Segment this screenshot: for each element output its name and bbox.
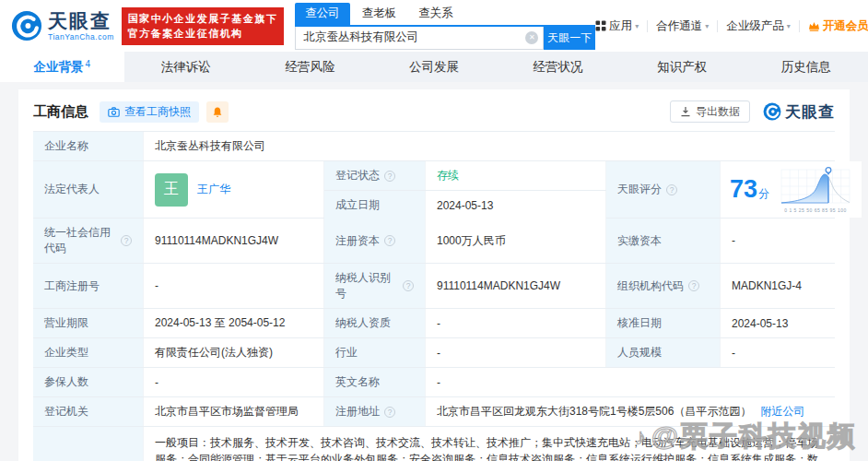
business-term-label: 营业期限 [33,309,144,337]
nearby-companies-link[interactable]: 附近公司 [760,404,804,420]
tab-label: 公司发展 [409,59,459,76]
help-icon[interactable] [688,280,699,291]
business-term-value: 2024-05-13 至 2054-05-12 [144,309,324,337]
taxpayer-quality-value: - [426,309,606,337]
tab-label: 知识产权 [657,59,707,76]
chevron-down-icon: ▾ [705,22,709,30]
nav-vip[interactable]: 开通会员 ▾ [808,18,868,34]
nav-enterprise-label: 企业级产品 [726,18,784,34]
nav-separator [717,20,718,32]
taxpayer-quality-label: 纳税人资质 [324,309,426,337]
apps-grid-icon [595,20,606,31]
tab-label: 企业背景 [34,59,84,76]
nav-vip-label: 开通会员 [823,18,868,34]
company-name-label: 企业名称 [33,132,144,160]
approval-date-label: 核准日期 [606,309,721,337]
company-name-value: 北京蚕丛科技有限公司 [144,132,835,160]
business-scope-value: 一般项目：技术服务、技术开发、技术咨询、技术交流、技术转让、技术推广；集中式快速… [144,427,835,461]
taxpayer-id-value: 91110114MADKN1GJ4W [426,264,606,308]
uscc-label: 统一社会信用代码 [33,219,144,263]
help-icon[interactable] [384,407,395,418]
help-icon[interactable] [121,235,132,246]
help-icon[interactable] [403,280,414,291]
legal-rep-avatar[interactable]: 王 [155,173,188,207]
gov-badge: 国家中小企业发展子基金旗下 官方备案企业征信机构 [122,7,285,45]
company-type-value: 有限责任公司(法人独资) [144,338,324,367]
tianyancha-logo[interactable]: 天眼查 TianYanCha.com [11,10,114,41]
tianyancha-logo-icon [11,10,42,41]
gov-badge-line2: 官方备案企业征信机构 [128,26,278,41]
top-nav: 应用 ▾ 合作通道 ▾ 企业级产品 ▾ 开通会员 ▾ [595,18,868,34]
search-tabs: 查公司 查老板 查关系 [295,3,595,27]
tab-count-badge: 4 [86,59,91,69]
tianyancha-logo-icon [763,102,781,121]
camera-icon [108,107,120,117]
logo-title: 天眼查 [48,11,114,30]
help-icon[interactable] [384,235,395,246]
tab-company-development[interactable]: 公司发展 [372,52,497,82]
reg-authority-value: 北京市昌平区市场监督管理局 [144,397,324,426]
business-info-card: 工商信息 查看工商快照 导出数据 [18,89,850,461]
score-label: 天眼评分 [606,161,721,218]
legal-rep-label: 法定代表人 [33,161,144,218]
snapshot-button[interactable]: 查看工商快照 [100,101,199,123]
table-row: 营业期限 2024-05-13 至 2054-05-12 纳税人资质 - 核准日… [33,309,835,338]
snapshot-button-label: 查看工商快照 [124,104,191,120]
tab-legal-litigation[interactable]: 法律诉讼 [124,52,249,82]
search-tab-boss[interactable]: 查老板 [352,3,407,25]
help-icon[interactable] [384,171,395,182]
paid-capital-value: - [721,219,835,263]
insured-value: - [144,368,324,396]
reg-number-label: 工商注册号 [33,264,144,308]
nav-cooperation[interactable]: 合作通道 ▾ [656,18,709,34]
company-type-label: 企业类型 [33,338,144,367]
nav-enterprise-products[interactable]: 企业级产品 ▾ [726,18,791,34]
org-code-value: MADKN1GJ-4 [721,264,835,308]
establish-date-value: 2024-05-13 [426,191,606,219]
tab-operation-risk[interactable]: 经营风险 [248,52,372,82]
nav-apps[interactable]: 应用 ▾ [595,18,639,34]
clear-icon[interactable]: ✕ [525,31,538,44]
section-tabbar: 企业背景 4 法律诉讼 经营风险 公司发展 经营状况 知识产权 历史信息 [0,52,868,82]
export-button-label: 导出数据 [696,104,740,120]
gov-badge-line1: 国家中小企业发展子基金旗下 [128,11,278,27]
tab-intellectual-property[interactable]: 知识产权 [620,52,745,82]
industry-label: 行业 [324,338,426,367]
search-input[interactable] [295,27,544,50]
section-title: 工商信息 [33,103,88,121]
uscc-value: 91110114MADKN1GJ4W [144,219,324,263]
search-button[interactable]: 天眼一下 [544,27,595,50]
tab-history-info[interactable]: 历史信息 [744,52,868,82]
nav-separator [647,20,648,32]
reg-number-value: - [144,264,324,308]
status-subgrid: 登记状态 存续 成立日期 2024-05-13 [324,161,606,218]
table-row: 工商注册号 - 纳税人识别号 91110114MADKN1GJ4W 组织机构代码… [33,264,835,309]
tab-label: 经营状况 [534,59,583,76]
table-row: 统一社会信用代码 91110114MADKN1GJ4W 注册资本 1000万人民… [33,219,835,264]
search-tab-relation[interactable]: 查关系 [408,3,463,25]
help-icon[interactable] [666,184,677,195]
table-row: 法定代表人 王 王广华 登记状态 存续 成立日期 2024-05-13 天眼评分… [33,161,835,219]
business-info-table: 企业名称 北京蚕丛科技有限公司 法定代表人 王 王广华 登记状态 存续 成立日期… [33,131,835,461]
table-row: 企业名称 北京蚕丛科技有限公司 [33,132,835,161]
top-header: 天眼查 TianYanCha.com 国家中小企业发展子基金旗下 官方备案企业征… [0,0,868,52]
tab-label: 历史信息 [781,59,831,76]
legal-rep-link[interactable]: 王广华 [197,182,230,197]
logo-domain: TianYanCha.com [48,32,114,41]
tab-operation-status[interactable]: 经营状况 [496,52,620,82]
score-value: 73分 [730,175,769,204]
brand-mark-label: 天眼查 [785,101,835,123]
reg-authority-label: 登记机关 [33,397,144,426]
export-data-button[interactable]: 导出数据 [670,100,750,123]
monitor-bell-button[interactable] [206,101,229,123]
paid-capital-label: 实缴资本 [606,219,721,263]
staff-size-label: 人员规模 [606,338,721,367]
chevron-down-icon: ▾ [635,22,639,30]
tab-company-background[interactable]: 企业背景 4 [0,52,124,82]
search-tab-company[interactable]: 查公司 [295,3,350,25]
establish-date-label: 成立日期 [324,191,426,219]
nav-apps-label: 应用 [609,18,632,34]
score-axis-ticks: 0 1 5 25 50 65 85 95 100 [779,207,852,213]
score-distribution-chart[interactable]: 0 1 5 25 50 65 85 95 100 [779,166,852,213]
reg-address-label: 注册地址 [324,397,426,426]
